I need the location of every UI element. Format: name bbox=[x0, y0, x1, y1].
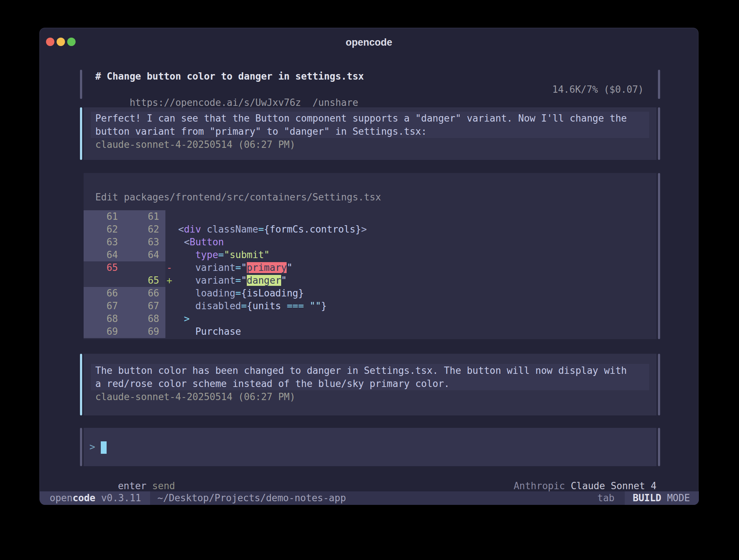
token-cost-stats: 14.6K/7% ($0.07) bbox=[552, 83, 644, 96]
window-title: opencode bbox=[40, 37, 698, 48]
header-left-border bbox=[80, 70, 82, 99]
titlebar: opencode bbox=[40, 28, 698, 56]
message-body: Perfect! I can see that the Button compo… bbox=[91, 112, 649, 138]
app-version-segment: opencode v0.3.11 bbox=[40, 491, 150, 505]
opencode-window: opencode # Change button color to danger… bbox=[39, 28, 698, 505]
message-meta: claude-sonnet-4-20250514 (06:27 PM) bbox=[84, 138, 656, 151]
diff-row: 65- variant="primary" bbox=[84, 261, 656, 274]
tab-key-hint[interactable]: tab bbox=[597, 491, 614, 505]
prompt-input[interactable]: > bbox=[84, 428, 656, 466]
diff-row: 6666 loading={isLoading} bbox=[84, 287, 656, 300]
diff-row: 6262<div className={formCs.controls}> bbox=[84, 223, 656, 236]
message-accent-border bbox=[80, 354, 82, 415]
assistant-message: The button color has been changed to dan… bbox=[40, 354, 699, 415]
hint-row: enter send Anthropic Claude Sonnet 4 bbox=[40, 466, 699, 479]
diff-row: 65+ variant="danger" bbox=[84, 274, 656, 287]
unshare-command[interactable]: /unshare bbox=[313, 97, 358, 108]
message-line: Perfect! I can see that the Button compo… bbox=[95, 112, 645, 125]
message-right-border bbox=[658, 354, 660, 415]
diff-row: 6969 Purchase bbox=[84, 325, 656, 338]
diff-row: 6464 type="submit" bbox=[84, 249, 656, 261]
diff-row: 6363 <Button bbox=[84, 236, 656, 249]
share-url[interactable]: https://opencode.ai/s/UwJxv76z bbox=[130, 97, 301, 108]
edit-right-border bbox=[658, 173, 660, 339]
message-line: The button color has been changed to dan… bbox=[95, 364, 645, 377]
session-header: # Change button color to danger in setti… bbox=[40, 70, 699, 99]
provider-label: Anthropic bbox=[514, 480, 565, 491]
mode-segment[interactable]: BUILD MODE bbox=[625, 491, 699, 505]
model-label: Claude Sonnet 4 bbox=[571, 480, 656, 491]
status-bar: opencode v0.3.11 ~/Desktop/Projects/demo… bbox=[40, 491, 699, 505]
diff-view: 61616262<div className={formCs.controls}… bbox=[84, 210, 656, 338]
text-cursor bbox=[101, 441, 107, 454]
diff-row: 6868 > bbox=[84, 312, 656, 325]
message-body: The button color has been changed to dan… bbox=[91, 364, 649, 390]
diff-row: 6767 disabled={units === ""} bbox=[84, 300, 656, 312]
edit-tool-block: Edit packages/frontend/src/containers/Se… bbox=[40, 173, 699, 339]
session-title: # Change button color to danger in setti… bbox=[95, 70, 364, 83]
edit-file-path: Edit packages/frontend/src/containers/Se… bbox=[84, 191, 656, 204]
prompt-symbol: > bbox=[89, 441, 95, 452]
message-right-border bbox=[658, 107, 660, 160]
header-right-border bbox=[658, 70, 660, 99]
message-line: a red/rose color scheme instead of the b… bbox=[95, 377, 645, 390]
send-action-hint: send bbox=[152, 480, 175, 491]
prompt-input-block: > bbox=[40, 428, 699, 466]
message-meta: claude-sonnet-4-20250514 (06:27 PM) bbox=[84, 390, 656, 403]
input-right-border bbox=[658, 428, 660, 466]
working-directory: ~/Desktop/Projects/demo-notes-app bbox=[157, 491, 346, 505]
enter-key-hint: enter bbox=[118, 480, 146, 491]
input-left-border bbox=[80, 428, 82, 466]
message-line: button variant from "primary" to "danger… bbox=[95, 125, 645, 138]
assistant-message: Perfect! I can see that the Button compo… bbox=[40, 107, 699, 160]
message-accent-border bbox=[80, 107, 82, 160]
diff-row: 6161 bbox=[84, 210, 656, 223]
